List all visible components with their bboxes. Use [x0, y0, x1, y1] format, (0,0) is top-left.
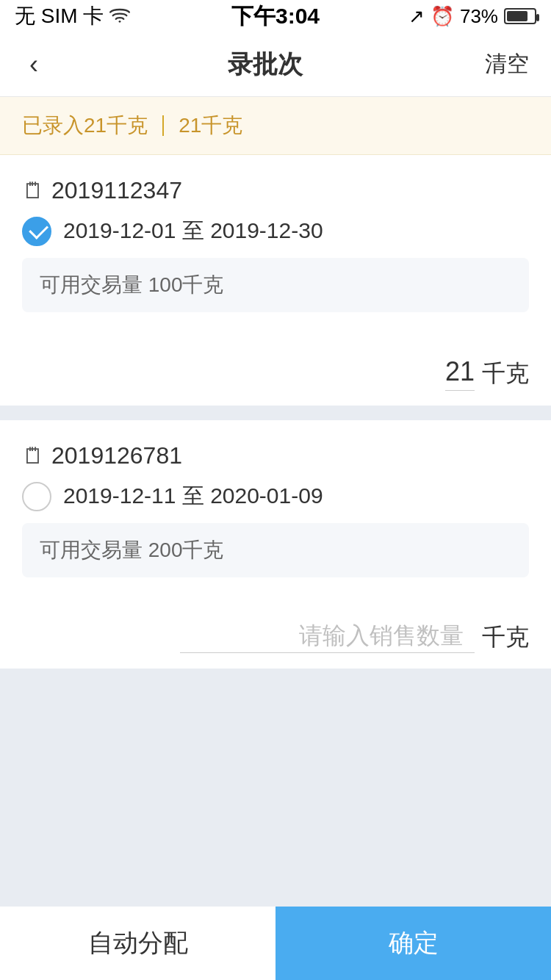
- nav-title: 录批次: [228, 48, 303, 82]
- location-icon: ↗: [408, 5, 425, 28]
- status-bar: 无 SIM 卡 下午3:04 ↗ ⏰ 73%: [0, 0, 551, 32]
- section-divider-1: [0, 406, 551, 420]
- batch-1-header: 🗒 2019112347: [22, 177, 529, 204]
- batch-2-radio[interactable]: [22, 482, 51, 511]
- batch-2-date: 2019-12-11 至 2020-01-09: [63, 481, 323, 511]
- doc-icon-2: 🗒: [22, 444, 44, 469]
- battery-icon: [504, 8, 536, 24]
- battery-text: 73%: [460, 5, 498, 28]
- content-area: 🗒 2019112347 2019-12-01 至 2019-12-30 可用交…: [0, 155, 551, 980]
- recorded-value: 21千克: [179, 112, 242, 140]
- batch-2-quantity-input[interactable]: [180, 622, 475, 653]
- status-time: 下午3:04: [231, 1, 320, 32]
- recorded-label: 已录入21千克: [22, 112, 148, 140]
- clear-button[interactable]: 清空: [485, 49, 529, 79]
- batch-1-id: 2019112347: [51, 177, 182, 204]
- confirm-button[interactable]: 确定: [276, 907, 551, 980]
- info-banner: 已录入21千克 21千克: [0, 97, 551, 155]
- bottom-bar: 自动分配 确定: [0, 907, 551, 980]
- batch-2-header: 🗒 2019126781: [22, 442, 529, 469]
- batch-2-input-row[interactable]: 千克: [0, 607, 551, 669]
- batch-item-1: 🗒 2019112347 2019-12-01 至 2019-12-30 可用交…: [0, 155, 551, 342]
- doc-icon-1: 🗒: [22, 179, 44, 203]
- batch-1-quantity-row: 21 千克: [0, 342, 551, 406]
- back-button[interactable]: ‹: [22, 42, 46, 87]
- auto-distribute-button[interactable]: 自动分配: [0, 907, 276, 980]
- batch-1-date: 2019-12-01 至 2019-12-30: [63, 216, 323, 246]
- info-divider: [162, 115, 164, 136]
- alarm-icon: ⏰: [431, 5, 454, 28]
- status-right: ↗ ⏰ 73%: [408, 5, 536, 28]
- status-left: 无 SIM 卡: [15, 2, 130, 30]
- batch-1-unit: 千克: [482, 358, 529, 390]
- batch-2-id: 2019126781: [51, 442, 182, 469]
- batch-1-quantity: 21: [445, 356, 475, 391]
- carrier-text: 无 SIM 卡: [15, 2, 104, 30]
- batch-2-available: 可用交易量 200千克: [22, 523, 529, 577]
- batch-item-2: 🗒 2019126781 2019-12-11 至 2020-01-09 可用交…: [0, 420, 551, 607]
- batch-2-unit: 千克: [482, 621, 529, 654]
- nav-bar: ‹ 录批次 清空: [0, 32, 551, 97]
- svg-point-0: [119, 21, 121, 23]
- batch-1-available: 可用交易量 100千克: [22, 258, 529, 312]
- batch-1-radio[interactable]: [22, 217, 51, 246]
- wifi-icon: [109, 4, 130, 28]
- batch-1-date-row[interactable]: 2019-12-01 至 2019-12-30: [22, 216, 529, 246]
- batch-2-date-row[interactable]: 2019-12-11 至 2020-01-09: [22, 481, 529, 511]
